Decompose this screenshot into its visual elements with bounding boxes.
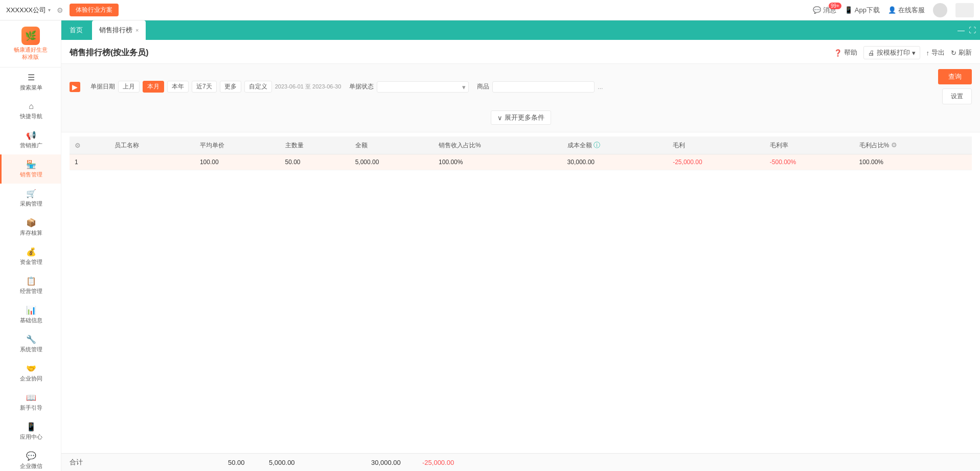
wechat-icon: 💬 xyxy=(26,451,36,461)
expand-more-button[interactable]: ∨ 展开更多条件 xyxy=(491,110,551,125)
sidebar-item-sales[interactable]: 🏪 销售管理 xyxy=(0,154,61,184)
date-filter-label: 单据日期 xyxy=(90,82,115,91)
table-row: 1 100.00 50.00 5,000.00 100.00% 30,000.0… xyxy=(70,154,972,170)
date-7days-btn[interactable]: 近7天 xyxy=(192,81,217,93)
date-prev-btn[interactable]: 上月 xyxy=(118,81,140,93)
cell-amount: 5,000.00 xyxy=(350,154,434,170)
settings-button[interactable]: 设置 xyxy=(942,88,972,104)
tab-home[interactable]: 首页 xyxy=(61,20,91,40)
sidebar-item-label: 采购管理 xyxy=(20,200,42,208)
filter-row: ▶ 单据日期 上月 本月 本年 近7天 更多 自定义 2023-06-01 至 … xyxy=(70,69,972,104)
sidebar-item-purchase[interactable]: 🛒 采购管理 xyxy=(0,184,61,213)
logo-text: 畅康通好生意标准版 xyxy=(14,46,48,61)
sidebar-item-quick-nav[interactable]: ⌂ 快捷导航 xyxy=(0,97,61,125)
finance-icon: 💰 xyxy=(26,247,36,257)
guide-icon: 📖 xyxy=(26,393,36,402)
filter-toggle-icon[interactable]: ▶ xyxy=(70,82,80,92)
table-area: ⚙ 员工名称 平均单价 主数量 全额 销售收入占比% 成本全额 ⓘ 毛利 毛利率… xyxy=(61,132,980,453)
col-settings[interactable]: ⚙ xyxy=(70,137,109,154)
gross-pct-settings-icon[interactable]: ⚙ xyxy=(891,141,897,149)
tab-fullscreen-icon[interactable]: ⛶ xyxy=(969,26,976,34)
print-button[interactable]: 🖨 按模板打印 ▾ xyxy=(863,46,920,59)
goods-filter-group: 商品 ... xyxy=(477,81,603,93)
service-label: 在线客服 xyxy=(898,6,925,15)
export-button[interactable]: ↑ 导出 xyxy=(926,48,945,57)
top-bar-right: 💬 消息 99+ 📱 App下载 👤 在线客服 xyxy=(813,3,974,17)
app-label: App下载 xyxy=(855,6,880,15)
company-chevron-icon: ▾ xyxy=(48,7,51,13)
status-select-wrapper xyxy=(377,81,469,93)
col-cost: 成本全额 ⓘ xyxy=(562,137,668,154)
sidebar-item-enterprise[interactable]: 🤝 企业协同 xyxy=(0,358,61,388)
sidebar-item-label: 搜索菜单 xyxy=(20,84,42,92)
logo-icon: 🌿 xyxy=(21,27,40,45)
expand-label: 展开更多条件 xyxy=(505,113,544,122)
sidebar-item-basic-info[interactable]: 📊 基础信息 xyxy=(0,300,61,329)
tab-sales-ranking[interactable]: 销售排行榜 × xyxy=(92,20,146,40)
cost-info-icon[interactable]: ⓘ xyxy=(594,141,600,149)
sidebar-item-finance[interactable]: 💰 资金管理 xyxy=(0,242,61,271)
sidebar-item-search-order[interactable]: ☰ 搜索菜单 xyxy=(0,68,61,97)
date-custom-btn[interactable]: 自定义 xyxy=(244,81,272,93)
goods-filter-label: 商品 xyxy=(477,82,489,91)
trial-button[interactable]: 体验行业方案 xyxy=(70,4,119,16)
app-center-icon: 📱 xyxy=(26,422,36,432)
sidebar-item-wechat[interactable]: 💬 企业微信 xyxy=(0,446,61,471)
service-icon: 👤 xyxy=(888,6,896,14)
help-button[interactable]: ❓ 帮助 xyxy=(834,48,857,57)
refresh-button[interactable]: ↻ 刷新 xyxy=(951,48,972,57)
col-avg-price: 平均单价 xyxy=(195,137,280,154)
col-gross-pct: 毛利占比% ⚙ xyxy=(854,137,972,154)
help-label: 帮助 xyxy=(844,48,857,57)
tab-label: 销售排行榜 xyxy=(99,26,132,35)
online-service-button[interactable]: 👤 在线客服 xyxy=(888,6,925,15)
status-select[interactable] xyxy=(377,81,469,93)
goods-input[interactable] xyxy=(492,81,595,93)
col-sales-pct: 销售收入占比% xyxy=(434,137,562,154)
print-chevron-icon: ▾ xyxy=(912,49,916,57)
tab-close-icon[interactable]: × xyxy=(135,27,139,33)
marketing-icon: 📢 xyxy=(26,130,36,140)
sidebar-item-inventory[interactable]: 📦 库存核算 xyxy=(0,213,61,242)
date-current-btn[interactable]: 本月 xyxy=(143,81,164,93)
app-icon: 📱 xyxy=(845,6,853,14)
purchase-icon: 🛒 xyxy=(26,189,36,198)
filter-expand-row: ∨ 展开更多条件 xyxy=(70,104,972,127)
sidebar-item-label: 基础信息 xyxy=(20,317,42,324)
sidebar-item-guide[interactable]: 📖 新手引导 xyxy=(0,388,61,417)
cell-gross: -25,000.00 xyxy=(668,154,765,170)
operations-icon: 📋 xyxy=(26,276,36,286)
sidebar-item-operations[interactable]: 📋 经营管理 xyxy=(0,271,61,300)
basic-info-icon: 📊 xyxy=(26,305,36,315)
sidebar-item-system[interactable]: 🔧 系统管理 xyxy=(0,329,61,358)
total-gross: -25,000.00 xyxy=(417,459,468,466)
refresh-icon: ↻ xyxy=(951,49,956,57)
company-selector[interactable]: XXXXXX公司 ▾ xyxy=(6,6,51,15)
data-table: ⚙ 员工名称 平均单价 主数量 全额 销售收入占比% 成本全额 ⓘ 毛利 毛利率… xyxy=(70,137,972,170)
col-gross: 毛利 xyxy=(668,137,765,154)
app-download-button[interactable]: 📱 App下载 xyxy=(845,6,880,15)
total-row: 合计 50.00 5,000.00 30,000.00 -25,000.00 xyxy=(61,453,980,471)
tab-home-label: 首页 xyxy=(70,26,83,35)
message-button[interactable]: 💬 消息 99+ xyxy=(813,6,836,15)
enterprise-icon: 🤝 xyxy=(26,364,36,373)
date-range-display: 2023-06-01 至 2023-06-30 xyxy=(275,83,341,91)
date-filter-group: 单据日期 上月 本月 本年 近7天 更多 自定义 2023-06-01 至 20… xyxy=(90,81,341,93)
sidebar-item-marketing[interactable]: 📢 营销推广 xyxy=(0,125,61,154)
total-amount: 5,000.00 xyxy=(264,459,315,466)
date-year-btn[interactable]: 本年 xyxy=(167,81,189,93)
date-more-btn[interactable]: 更多 xyxy=(220,81,241,93)
sidebar-item-app-center[interactable]: 📱 应用中心 xyxy=(0,417,61,446)
sales-icon: 🏪 xyxy=(26,160,36,169)
status-filter-group: 单据状态 xyxy=(349,81,469,93)
col-settings-icon[interactable]: ⚙ xyxy=(75,142,81,149)
export-icon: ↑ xyxy=(926,49,930,57)
avatar[interactable] xyxy=(933,3,947,17)
goods-more-icon[interactable]: ... xyxy=(598,83,603,91)
expand-arrow[interactable]: ▶ xyxy=(70,82,80,92)
tab-minimize-icon[interactable]: — xyxy=(958,26,965,34)
query-button[interactable]: 查询 xyxy=(938,69,972,84)
settings-icon[interactable]: ⚙ xyxy=(57,6,63,14)
sidebar-item-label: 快捷导航 xyxy=(20,113,42,120)
sidebar: 🌿 畅康通好生意标准版 ☰ 搜索菜单 ⌂ 快捷导航 📢 营销推广 🏪 销售管理 … xyxy=(0,20,61,471)
